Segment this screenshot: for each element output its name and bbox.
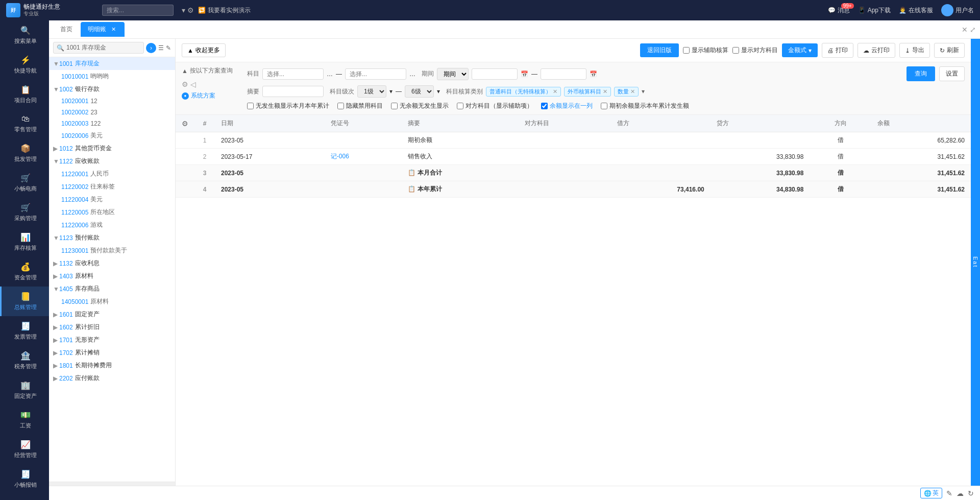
tree-item-14050001[interactable]: 14050001 原材料 [49, 295, 175, 308]
sidebar-item-management[interactable]: 📈 经营管理 [0, 435, 49, 464]
show-aux-check[interactable]: 显示辅助核算 [683, 46, 728, 55]
sidebar-item-wholesale[interactable]: 📦 批发管理 [0, 138, 49, 168]
tag-ordinary-close[interactable]: ✕ [553, 88, 557, 95]
sidebar-item-fixed-assets[interactable]: 🏢 固定资产 [0, 375, 49, 405]
tag-quantity[interactable]: 数量 ✕ [614, 87, 639, 97]
tree-item-1403[interactable]: ▶ 1403 原材料 [49, 270, 175, 282]
account-search-box[interactable]: 🔍 1001 库存现金 [53, 42, 144, 54]
collapse-more-btn[interactable]: ▲ 收起更多 [182, 43, 226, 57]
show-opposite-check[interactable]: 显示对方科目 [732, 46, 778, 55]
tree-item-10020002[interactable]: 10020002 23 [49, 107, 175, 118]
bottom-cloud-icon[interactable]: ☁ [957, 489, 964, 497]
bottom-sync-icon[interactable]: ↻ [968, 489, 974, 497]
print-btn[interactable]: 🖨 打印 [822, 43, 853, 58]
check-no-amount-input[interactable] [247, 103, 254, 109]
tab-detail[interactable]: 明细账 ✕ [81, 22, 125, 37]
refresh-btn[interactable]: ↻ 刷新 [934, 43, 965, 58]
sidebar-item-quick-nav[interactable]: ⚡ 快捷导航 [0, 50, 49, 80]
tab-home[interactable]: 首页 [53, 22, 80, 37]
sidebar-item-purchase[interactable]: 🛒 采购管理 [0, 198, 49, 227]
period-end-input[interactable]: 2023-05 [541, 68, 586, 80]
period-end-cal-icon[interactable]: 📅 [590, 70, 597, 78]
tag-foreign[interactable]: 外币核算科目 ✕ [564, 87, 611, 97]
tree-item-1405[interactable]: ▼ 1405 库存商品 [49, 282, 175, 295]
tree-list-icon[interactable]: ☰ [158, 44, 164, 52]
tag-quantity-close[interactable]: ✕ [630, 88, 635, 95]
settings-icon[interactable]: ⚙ [187, 6, 194, 14]
tree-item-2202[interactable]: ▶ 2202 应付账款 [49, 372, 175, 385]
lang-btn[interactable]: 🌐 英 [920, 488, 942, 498]
search-btn[interactable]: 查询 [906, 66, 935, 81]
check-hide-disabled[interactable]: 隐藏禁用科目 [337, 102, 383, 110]
period-type-select[interactable]: 期间 [437, 68, 469, 80]
check-no-balance[interactable]: 无余额无发生显示 [391, 102, 449, 110]
show-aux-checkbox[interactable] [683, 47, 690, 54]
category-dropdown-icon[interactable]: ▾ [642, 88, 645, 95]
tree-item-1122[interactable]: ▼ 1122 应收账款 [49, 155, 175, 168]
tree-item-1012[interactable]: ▶ 1012 其他货币资金 [49, 142, 175, 155]
tree-item-10020001[interactable]: 10020001 12 [49, 96, 175, 107]
tree-item-10020003[interactable]: 10020003 122 [49, 118, 175, 129]
tree-scrollbar-h[interactable] [49, 482, 175, 486]
show-opposite-checkbox[interactable] [732, 47, 739, 54]
cloud-print-btn[interactable]: ☁ 云打印 [857, 43, 895, 58]
tree-item-1001[interactable]: ▼ 1001 库存现金 [49, 57, 175, 70]
user-area[interactable]: 用户名 [941, 4, 974, 16]
check-balance-col-input[interactable] [541, 103, 548, 109]
top-search-box[interactable] [102, 5, 174, 16]
subject-start-input[interactable] [262, 68, 324, 80]
sidebar-item-expense[interactable]: 🧾 小畅报销 [0, 464, 49, 494]
tree-item-1132[interactable]: ▶ 1132 应收利息 [49, 257, 175, 270]
subject-end-input[interactable] [345, 68, 406, 80]
tree-item-11220006[interactable]: 11220006 游戏 [49, 219, 175, 231]
level-start-select[interactable]: 1级 [357, 85, 386, 98]
level-end-select[interactable]: 6级 [405, 85, 434, 98]
export-btn[interactable]: ⤓ 导出 [899, 43, 930, 58]
tree-item-1123[interactable]: ▼ 1123 预付账款 [49, 231, 175, 244]
tree-item-11220001[interactable]: 11220001 人民币 [49, 168, 175, 180]
tree-item-1701[interactable]: ▶ 1701 无形资产 [49, 334, 175, 346]
sidebar-item-basic-info[interactable]: ℹ 基础信息 [0, 494, 49, 500]
restore-window-btn[interactable]: ⤢ [970, 26, 976, 34]
check-hide-disabled-input[interactable] [337, 103, 344, 109]
period-start-input[interactable]: 2023-05 [472, 68, 518, 80]
check-year-balance[interactable]: 期初余额显示本年累计发生额 [601, 102, 689, 110]
collapse-left-icon[interactable]: ◁ [190, 80, 196, 88]
summary-input[interactable] [262, 86, 324, 97]
online-service-btn[interactable]: 👨‍💼 在线客服 [899, 6, 933, 15]
sidebar-item-retail[interactable]: 🛍 零售管理 [0, 109, 49, 138]
tag-ordinary[interactable]: 普通科目（无特殊核算） ✕ [486, 87, 561, 97]
sidebar-item-inventory[interactable]: 📊 库存核算 [0, 227, 49, 257]
sidebar-item-salary[interactable]: 💵 工资 [0, 405, 49, 435]
dropdown-icon[interactable]: ▾ [182, 6, 185, 14]
tree-item-10020006[interactable]: 10020006 美元 [49, 129, 175, 142]
tree-item-1002[interactable]: ▼ 1002 银行存款 [49, 83, 175, 96]
account-next-btn[interactable]: › [146, 43, 156, 53]
right-side-panel[interactable]: Eat [971, 39, 980, 486]
tree-edit-icon[interactable]: ✎ [166, 44, 171, 52]
back-to-old-btn[interactable]: 退回旧版 [640, 43, 679, 57]
app-download-btn[interactable]: 📱 App下载 [858, 6, 891, 15]
tree-item-1602[interactable]: ▶ 1602 累计折旧 [49, 321, 175, 334]
bottom-edit-icon[interactable]: ✎ [946, 489, 952, 497]
sidebar-item-ecommerce[interactable]: 🛒 小畅电商 [0, 168, 49, 198]
check-no-balance-input[interactable] [391, 103, 398, 109]
tab-close-btn[interactable]: ✕ [109, 26, 117, 34]
tree-item-11220005[interactable]: 11220005 所在地区 [49, 206, 175, 219]
system-plan-btn[interactable]: ● 系统方案 [182, 91, 243, 100]
tree-item-10010001[interactable]: 10010001 哟哟哟 [49, 70, 175, 83]
check-balance-col[interactable]: 余额显示在一列 [541, 102, 593, 110]
sidebar-item-invoice[interactable]: 🧾 发票管理 [0, 316, 49, 346]
sidebar-item-search[interactable]: 🔍 搜索菜单 [0, 20, 49, 50]
voucher-link-006[interactable]: 记-006 [331, 153, 349, 160]
query-settings-icon[interactable]: ⚙ [182, 80, 188, 88]
sidebar-item-finance[interactable]: 💰 资金管理 [0, 257, 49, 287]
check-opposite[interactable]: 对方科目（显示辅助项） [457, 102, 533, 110]
check-year-balance-input[interactable] [601, 103, 607, 109]
tree-item-11220004[interactable]: 11220004 美元 [49, 193, 175, 206]
top-search-input[interactable] [102, 5, 174, 16]
setting-btn[interactable]: 设置 [939, 66, 965, 81]
tree-item-11220002[interactable]: 11220002 往来标签 [49, 180, 175, 193]
col-settings-btn[interactable]: ⚙ [182, 120, 188, 128]
tree-item-1801[interactable]: ▶ 1801 长期待摊费用 [49, 359, 175, 372]
